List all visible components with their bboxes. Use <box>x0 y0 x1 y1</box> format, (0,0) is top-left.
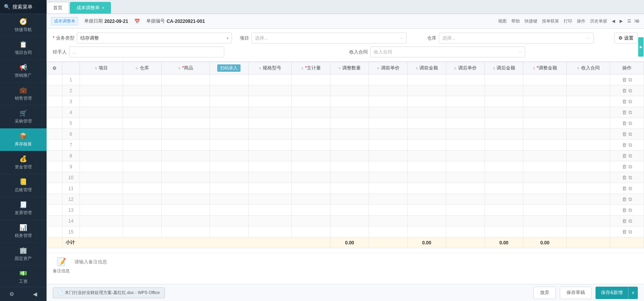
cell-adj-qty-6[interactable] <box>330 129 369 140</box>
cell-post-amt-2[interactable] <box>485 85 523 96</box>
cell-pre-amt-8[interactable] <box>407 150 446 161</box>
settings-icon[interactable]: ⚙ <box>9 291 14 297</box>
calendar-icon[interactable]: 📅 <box>134 19 140 24</box>
cell-adj-amt-14[interactable] <box>523 216 567 227</box>
toolbar-item-打印[interactable]: 打印 <box>564 18 572 24</box>
th-warehouse[interactable]: ⇅ 仓库 <box>123 62 161 74</box>
sort-pre-price-icon[interactable]: ⇅ <box>377 67 379 70</box>
cell-goods-11[interactable] <box>161 183 209 194</box>
th-post-amt[interactable]: ⇅ 调后金额 <box>485 62 523 74</box>
cell-warehouse-10[interactable] <box>123 172 161 183</box>
cell-warehouse-14[interactable] <box>123 216 161 227</box>
scan-button[interactable]: 扫码录入 <box>217 64 241 72</box>
cell-warehouse-3[interactable] <box>123 96 161 107</box>
cell-goods-15[interactable] <box>161 227 209 237</box>
cell-post-price-8[interactable] <box>446 150 485 161</box>
th-project[interactable]: ⇅ 项目 <box>80 62 123 74</box>
cell-spec-2[interactable] <box>248 85 292 96</box>
cell-adj-qty-15[interactable] <box>330 227 369 237</box>
cell-spec-10[interactable] <box>248 172 292 183</box>
cell-project-9[interactable] <box>80 161 123 172</box>
cell-post-price-1[interactable] <box>446 74 485 85</box>
th-goods[interactable]: ⇅ *商品 <box>161 62 209 74</box>
copy-icon-15[interactable]: ⧉ <box>628 229 632 235</box>
cell-post-price-14[interactable] <box>446 216 485 227</box>
business-type-input[interactable]: 结存调整 ▾ <box>77 33 232 43</box>
cell-post-price-15[interactable] <box>446 227 485 237</box>
cell-post-amt-11[interactable] <box>485 183 523 194</box>
cell-warehouse-13[interactable] <box>123 205 161 216</box>
cell-pre-price-1[interactable] <box>369 74 407 85</box>
save-draft-button[interactable]: 保存草稿 <box>560 287 592 299</box>
cell-warehouse-15[interactable] <box>123 227 161 237</box>
tab-close-cost-adjustment[interactable]: × <box>102 6 104 10</box>
cell-adj-qty-1[interactable] <box>330 74 369 85</box>
cell-unit-3[interactable] <box>292 96 330 107</box>
cell-goods-8[interactable] <box>161 150 209 161</box>
copy-icon-7[interactable]: ⧉ <box>628 142 632 148</box>
cell-spec-14[interactable] <box>248 216 292 227</box>
cell-unit-8[interactable] <box>292 150 330 161</box>
sidebar-item-fund-management[interactable]: 💰资金管理 <box>0 151 47 174</box>
cell-project-4[interactable] <box>80 107 123 118</box>
cell-post-amt-5[interactable] <box>485 118 523 129</box>
cell-pre-amt-11[interactable] <box>407 183 446 194</box>
window-close-icon[interactable]: × <box>634 17 638 25</box>
th-settings[interactable]: ⚙ <box>47 62 62 74</box>
cell-adj-amt-15[interactable] <box>523 227 567 237</box>
cell-income-5[interactable] <box>566 118 610 129</box>
copy-icon-10[interactable]: ⧉ <box>628 175 632 181</box>
cell-post-price-13[interactable] <box>446 205 485 216</box>
cell-goods-1[interactable] <box>161 74 209 85</box>
cell-income-7[interactable] <box>566 140 610 150</box>
sort-post-price-icon[interactable]: ⇅ <box>454 67 457 70</box>
cell-adj-amt-3[interactable] <box>523 96 567 107</box>
cell-adj-qty-10[interactable] <box>330 172 369 183</box>
cell-warehouse-4[interactable] <box>123 107 161 118</box>
sort-warehouse-icon[interactable]: ⇅ <box>135 67 138 70</box>
cell-project-5[interactable] <box>80 118 123 129</box>
th-adj-amt[interactable]: ⇅ *调整金额 <box>523 62 567 74</box>
cell-adj-amt-13[interactable] <box>523 205 567 216</box>
cell-project-8[interactable] <box>80 150 123 161</box>
cell-post-price-6[interactable] <box>446 129 485 140</box>
cell-warehouse-2[interactable] <box>123 85 161 96</box>
cell-income-15[interactable] <box>566 227 610 237</box>
cell-post-amt-8[interactable] <box>485 150 523 161</box>
cell-income-10[interactable] <box>566 172 610 183</box>
cell-adj-amt-8[interactable] <box>523 150 567 161</box>
cell-adj-amt-9[interactable] <box>523 161 567 172</box>
cell-adj-amt-4[interactable] <box>523 107 567 118</box>
cell-income-13[interactable] <box>566 205 610 216</box>
copy-icon-13[interactable]: ⧉ <box>628 207 632 213</box>
copy-icon-8[interactable]: ⧉ <box>628 153 632 159</box>
cell-adj-amt-12[interactable] <box>523 194 567 205</box>
cell-spec-6[interactable] <box>248 129 292 140</box>
cell-pre-price-10[interactable] <box>369 172 407 183</box>
cell-pre-amt-5[interactable] <box>407 118 446 129</box>
cell-project-2[interactable] <box>80 85 123 96</box>
cell-post-price-2[interactable] <box>446 85 485 96</box>
copy-icon-1[interactable]: ⧉ <box>628 77 632 83</box>
cell-goods-2[interactable] <box>161 85 209 96</box>
copy-icon-9[interactable]: ⧉ <box>628 164 632 170</box>
cell-income-8[interactable] <box>566 150 610 161</box>
cell-pre-price-9[interactable] <box>369 161 407 172</box>
copy-icon-5[interactable]: ⧉ <box>628 120 632 126</box>
cell-pre-amt-3[interactable] <box>407 96 446 107</box>
cell-post-amt-14[interactable] <box>485 216 523 227</box>
delete-icon-6[interactable]: 🗑 <box>622 131 627 137</box>
cell-pre-amt-15[interactable] <box>407 227 446 237</box>
project-more-icon[interactable]: ··· <box>400 36 403 40</box>
sidebar-item-payroll[interactable]: 💵工资 <box>0 266 47 287</box>
cell-post-amt-1[interactable] <box>485 74 523 85</box>
nav-prev-icon[interactable]: ◀ <box>612 19 615 24</box>
delete-icon-4[interactable]: 🗑 <box>622 109 627 116</box>
sort-pre-amt-icon[interactable]: ⇅ <box>415 67 418 70</box>
cell-post-amt-3[interactable] <box>485 96 523 107</box>
th-spec[interactable]: ⇅ 规格型号 <box>248 62 292 74</box>
sidebar-item-tax-management[interactable]: 📊税务管理 <box>0 220 47 243</box>
cell-pre-price-15[interactable] <box>369 227 407 237</box>
cell-goods-4[interactable] <box>161 107 209 118</box>
toolbar-item-操作[interactable]: 操作 <box>577 18 585 24</box>
